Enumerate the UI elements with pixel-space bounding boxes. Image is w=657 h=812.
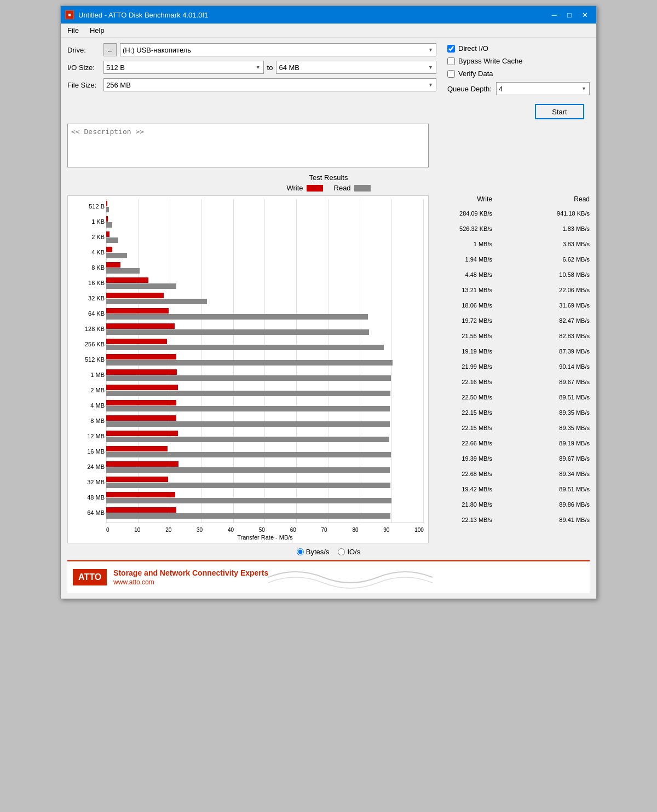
bar-row: 24 MB <box>106 460 424 474</box>
bar-row: 4 KB <box>106 245 424 259</box>
write-value: 21.99 MB/s <box>437 363 492 370</box>
write-value: 22.68 MB/s <box>437 471 492 477</box>
data-row: 4.48 MB/s10.58 MB/s <box>437 268 590 282</box>
io-size-from-wrapper: 512 B <box>103 61 264 74</box>
bar-label: 8 MB <box>69 414 105 428</box>
title-bar-left: ■ Untitled - ATTO Disk Benchmark 4.01.0f… <box>65 10 208 19</box>
read-value: 10.58 MB/s <box>535 271 590 278</box>
x-axis-tick: 20 <box>165 527 171 533</box>
bypass-write-cache-checkbox[interactable] <box>447 57 455 65</box>
read-value: 6.62 MB/s <box>535 256 590 263</box>
menu-file[interactable]: File <box>63 25 83 36</box>
write-bar <box>106 323 175 329</box>
read-bar <box>106 467 390 473</box>
chart-area: 512 B1 KB2 KB4 KB8 KB16 KB32 KB64 KB128 … <box>67 195 429 543</box>
read-bar <box>106 360 393 366</box>
drive-label: Drive: <box>67 46 100 54</box>
write-bar <box>106 247 112 252</box>
bars-container <box>106 507 424 519</box>
read-bar <box>106 237 118 243</box>
bar-row: 2 MB <box>106 383 424 397</box>
read-value: 82.47 MB/s <box>535 317 590 324</box>
read-legend-item: Read <box>334 184 371 192</box>
read-value: 89.41 MB/s <box>535 517 590 523</box>
io-radio-item: IO/s <box>338 548 360 556</box>
write-bar <box>106 477 168 482</box>
direct-io-row: Direct I/O <box>447 44 590 53</box>
bars-container <box>106 446 424 457</box>
bar-label: 1 KB <box>69 214 105 229</box>
file-size-select[interactable]: 256 MB <box>103 78 436 91</box>
read-value: 22.06 MB/s <box>535 287 590 293</box>
io-size-from-select[interactable]: 512 B <box>103 61 264 74</box>
io-size-to-select[interactable]: 64 MB <box>276 61 436 74</box>
write-bar <box>106 277 148 283</box>
bypass-write-cache-row: Bypass Write Cache <box>447 57 590 65</box>
menu-help[interactable]: Help <box>85 25 109 36</box>
write-bar <box>106 369 177 375</box>
write-legend-color <box>307 185 323 192</box>
chart-and-data: 512 B1 KB2 KB4 KB8 KB16 KB32 KB64 KB128 … <box>67 195 590 543</box>
write-value: 22.15 MB/s <box>437 425 492 431</box>
write-value: 22.13 MB/s <box>437 517 492 523</box>
data-row: 22.50 MB/s89.51 MB/s <box>437 390 590 404</box>
bar-row: 16 KB <box>106 276 424 290</box>
bars-container <box>106 216 424 228</box>
bytes-radio[interactable] <box>297 548 304 555</box>
bar-label: 2 KB <box>69 230 105 244</box>
file-size-row: File Size: 256 MB <box>67 78 436 91</box>
data-row: 526.32 KB/s1.83 MB/s <box>437 222 590 236</box>
drive-browse-button[interactable]: ... <box>103 43 117 56</box>
write-value: 21.80 MB/s <box>437 501 492 508</box>
start-button[interactable]: Start <box>535 104 584 119</box>
write-bar <box>106 339 167 344</box>
read-value: 89.86 MB/s <box>535 501 590 508</box>
bar-row: 8 KB <box>106 260 424 275</box>
close-button[interactable]: ✕ <box>578 9 592 20</box>
x-axis-tick: 0 <box>106 527 110 533</box>
drive-select[interactable]: (H:) USB-накопитель <box>120 43 436 56</box>
bypass-write-cache-label: Bypass Write Cache <box>458 57 523 65</box>
write-value: 4.48 MB/s <box>437 271 492 278</box>
title-bar: ■ Untitled - ATTO Disk Benchmark 4.01.0f… <box>61 6 596 24</box>
window-title: Untitled - ATTO Disk Benchmark 4.01.0f1 <box>78 11 208 19</box>
bars-container <box>106 477 424 488</box>
footer-tagline: Storage and Network Connectivity Experts <box>113 569 268 577</box>
read-bar <box>106 268 140 274</box>
footer-banner: ATTO Storage and Network Connectivity Ex… <box>67 560 590 593</box>
direct-io-checkbox[interactable] <box>447 45 455 53</box>
maximize-button[interactable]: □ <box>562 9 577 20</box>
data-row: 21.55 MB/s82.83 MB/s <box>437 329 590 343</box>
right-controls: Direct I/O Bypass Write Cache Verify Dat… <box>447 43 590 119</box>
x-axis-tick: 50 <box>259 527 265 533</box>
bars-container <box>106 415 424 427</box>
bars-container <box>106 247 424 258</box>
verify-data-checkbox[interactable] <box>447 70 455 78</box>
bar-label: 64 MB <box>69 506 105 520</box>
read-value: 87.39 MB/s <box>535 348 590 355</box>
write-bar <box>106 431 178 436</box>
bar-row: 1 MB <box>106 368 424 382</box>
write-value: 22.50 MB/s <box>437 394 492 401</box>
description-textarea[interactable] <box>67 124 429 167</box>
verify-data-label: Verify Data <box>458 69 493 78</box>
write-bar <box>106 308 169 314</box>
menu-bar: File Help <box>61 24 596 38</box>
queue-depth-wrapper: 4 <box>496 82 590 95</box>
queue-depth-select[interactable]: 4 <box>496 82 590 95</box>
io-radio[interactable] <box>338 548 345 555</box>
data-header-row: Write Read <box>437 195 590 204</box>
bar-row: 48 MB <box>106 490 424 504</box>
x-axis-tick: 90 <box>383 527 389 533</box>
minimize-button[interactable]: ─ <box>547 9 561 20</box>
data-row: 18.06 MB/s31.69 MB/s <box>437 298 590 312</box>
io-label: IO/s <box>347 548 360 556</box>
read-bar <box>106 437 389 442</box>
write-value: 13.21 MB/s <box>437 287 492 293</box>
bars-container <box>106 369 424 381</box>
data-row: 22.16 MB/s89.67 MB/s <box>437 375 590 389</box>
left-controls: Drive: ... (H:) USB-накопитель I/O Size:… <box>67 43 436 119</box>
bar-row: 32 MB <box>106 475 424 489</box>
form-section: Drive: ... (H:) USB-накопитель I/O Size:… <box>67 43 590 119</box>
write-value: 1.94 MB/s <box>437 256 492 263</box>
